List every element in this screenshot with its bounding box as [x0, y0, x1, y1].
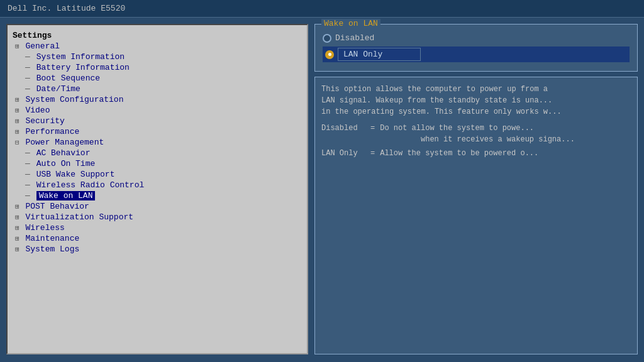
dash-datetime: — [25, 84, 30, 94]
sidebar-item-label-power-management: Power Management [25, 138, 104, 147]
expand-icon-virt: ⊞ [15, 213, 19, 221]
sidebar-item-system-information[interactable]: — System Information [10, 52, 304, 62]
desc-row-disabled: Disabled = Do not allow the system to po… [321, 123, 631, 145]
sidebar-item-security[interactable]: ⊞ Security [10, 116, 304, 126]
radio-option-lan-only[interactable]: LAN Only [323, 47, 630, 62]
expand-icon-general: ⊞ [15, 42, 19, 50]
desc-key-lan-only: LAN Only [321, 148, 365, 159]
expand-icon-post: ⊞ [15, 202, 19, 211]
sidebar-item-label-post-behavior: POST Behavior [25, 202, 89, 211]
expand-icon-syscfg: ⊞ [15, 96, 19, 104]
dash-wol: — [25, 191, 30, 200]
radio-circle-lan-only [325, 50, 334, 59]
sidebar-item-system-configuration[interactable]: ⊞ System Configuration [10, 94, 304, 105]
description-box: This option allows the computer to power… [314, 77, 638, 354]
sidebar-item-label-virtualization-support: Virtualization Support [25, 212, 133, 222]
expand-icon-video: ⊞ [15, 106, 19, 114]
dash-battery: — [25, 63, 30, 72]
title-bar: Dell Inc. Latitude E5520 [0, 0, 644, 18]
desc-row-lan-only: LAN Only = Allow the system to be powere… [321, 148, 631, 159]
wake-on-lan-section: Wake on LAN Disabled LAN Only [314, 24, 638, 72]
sidebar-item-virtualization-support[interactable]: ⊞ Virtualization Support [10, 212, 304, 222]
expand-icon-maintenance: ⊞ [15, 234, 19, 243]
description-intro: This option allows the computer to power… [321, 84, 631, 118]
desc-key-disabled: Disabled [321, 123, 365, 145]
sidebar-item-label-auto-on-time: Auto On Time [36, 159, 96, 168]
sidebar-item-performance[interactable]: ⊞ Performance [10, 126, 304, 137]
right-panel: Wake on LAN Disabled LAN Only This optio… [314, 24, 638, 354]
expand-icon-security: ⊞ [15, 117, 19, 125]
sidebar-item-maintenance[interactable]: ⊞ Maintenance [10, 233, 304, 244]
sidebar-item-label-battery-information: Battery Information [36, 63, 130, 72]
sidebar-item-label-maintenance: Maintenance [25, 234, 79, 243]
sidebar-item-post-behavior[interactable]: ⊞ POST Behavior [10, 201, 304, 212]
sidebar-item-label-wireless: Wireless [25, 223, 64, 233]
expand-icon-syslogs: ⊞ [15, 245, 19, 253]
sidebar-item-power-management[interactable]: ⊟ Power Management [10, 137, 304, 148]
radio-label-disabled: Disabled [335, 33, 374, 43]
sidebar-item-label-system-information: System Information [36, 52, 125, 62]
sidebar-item-wake-on-lan[interactable]: — Wake on LAN [10, 190, 304, 201]
settings-root-label: Settings [10, 30, 304, 41]
wake-on-lan-title: Wake on LAN [321, 19, 380, 28]
sidebar-item-label-ac-behavior: AC Behavior [36, 148, 91, 158]
sidebar-item-label-usb-wake-support: USB Wake Support [36, 170, 115, 179]
sidebar-item-label-video: Video [25, 106, 50, 115]
radio-label-lan-only: LAN Only [338, 48, 421, 61]
dash-usb: — [25, 170, 30, 179]
settings-panel: Settings ⊞ General — System Information … [6, 24, 308, 354]
expand-icon-performance: ⊞ [15, 128, 19, 136]
sidebar-item-date-time[interactable]: — Date/Time [10, 84, 304, 94]
sidebar-item-video[interactable]: ⊞ Video [10, 105, 304, 116]
sidebar-item-label-general: General [25, 41, 60, 51]
sidebar-item-wireless-radio-control[interactable]: — Wireless Radio Control [10, 180, 304, 190]
desc-eq-lan-only: = [370, 148, 375, 159]
sidebar-item-label-wake-on-lan: Wake on LAN [36, 191, 96, 200]
sidebar-item-wireless[interactable]: ⊞ Wireless [10, 222, 304, 233]
main-container: Settings ⊞ General — System Information … [0, 18, 644, 361]
expand-icon-power: ⊟ [15, 138, 19, 146]
title-text: Dell Inc. Latitude E5520 [8, 4, 125, 13]
sidebar-item-label-security: Security [25, 116, 64, 126]
sidebar-item-label-wireless-radio-control: Wireless Radio Control [36, 180, 145, 190]
expand-icon-wireless: ⊞ [15, 224, 19, 232]
sidebar-item-label-system-logs: System Logs [25, 244, 79, 254]
sidebar-item-auto-on-time[interactable]: — Auto On Time [10, 158, 304, 169]
sidebar-item-ac-behavior[interactable]: — AC Behavior [10, 148, 304, 158]
sidebar-item-label-date-time: Date/Time [36, 84, 80, 94]
desc-val-disabled: Do not allow the system to powe... when … [380, 123, 575, 145]
dash-boot: — [25, 74, 30, 83]
sidebar-item-battery-information[interactable]: — Battery Information [10, 62, 304, 73]
sidebar-item-general[interactable]: ⊞ General [10, 41, 304, 52]
radio-circle-disabled [323, 34, 331, 43]
sidebar-item-label-boot-sequence: Boot Sequence [36, 74, 100, 83]
sidebar-item-usb-wake-support[interactable]: — USB Wake Support [10, 169, 304, 180]
sidebar-item-label-performance: Performance [25, 127, 79, 136]
sidebar-item-boot-sequence[interactable]: — Boot Sequence [10, 73, 304, 84]
dash-system-info: — [25, 52, 30, 62]
sidebar-item-system-logs[interactable]: ⊞ System Logs [10, 244, 304, 255]
dash-wireless: — [25, 180, 30, 190]
radio-option-disabled[interactable]: Disabled [323, 33, 630, 43]
dash-auto-on: — [25, 159, 30, 168]
desc-val-lan-only: Allow the system to be powered o... [380, 148, 538, 159]
description-table: Disabled = Do not allow the system to po… [321, 123, 631, 159]
dash-ac: — [25, 148, 30, 158]
desc-eq-disabled: = [370, 123, 375, 145]
sidebar-item-label-system-configuration: System Configuration [25, 95, 123, 104]
